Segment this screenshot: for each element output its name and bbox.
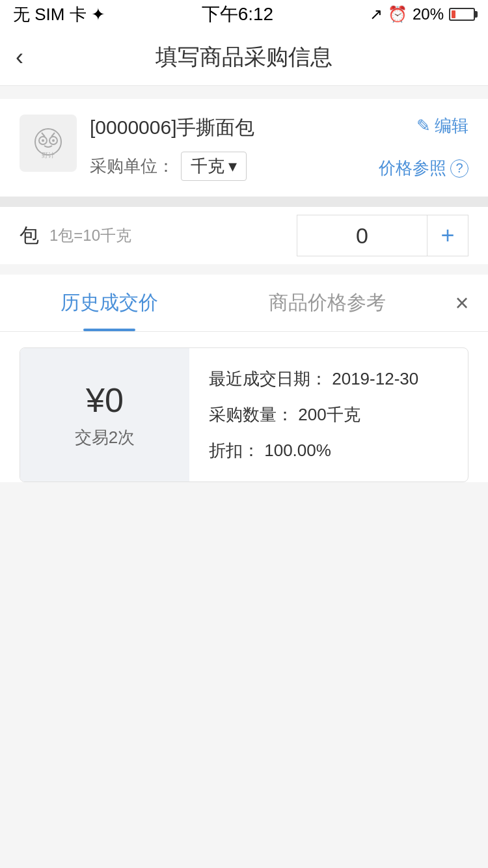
status-right: ↗ ⏰ 20% <box>370 5 475 23</box>
svg-point-4 <box>52 139 55 142</box>
recent-date-value: 2019-12-30 <box>332 369 418 388</box>
tabs-close-button[interactable]: × <box>436 275 488 331</box>
transaction-trade-count: 交易2次 <box>75 426 135 449</box>
quantity-unit-badge: 包 <box>20 223 39 249</box>
recent-date-label: 最近成交日期： <box>209 369 327 388</box>
tab-product-price-ref-label: 商品价格参考 <box>269 290 386 316</box>
product-card: 野计 [0000006]手撕面包 采购单位： 千克 ▾ ✎ 编辑 <box>0 99 488 197</box>
price-ref-help-icon: ? <box>450 159 468 178</box>
product-thumbnail: 野计 <box>20 115 77 172</box>
tabs-section: 历史成交价 商品价格参考 × ¥0 交易2次 最近成交日期： 2019-12-3… <box>0 275 488 482</box>
discount-label: 折扣： <box>209 441 260 460</box>
divider <box>0 197 488 207</box>
edit-icon: ✎ <box>416 116 431 136</box>
alarm-icon: ⏰ <box>388 5 407 23</box>
product-right-links: ✎ 编辑 价格参照 ? <box>379 115 468 180</box>
quantity-label-group: 包 1包=10千克 <box>20 223 131 249</box>
svg-text:野计: 野计 <box>42 152 55 159</box>
purchase-unit-row: 采购单位： 千克 ▾ <box>90 152 254 181</box>
purchase-unit-label: 采购单位： <box>90 155 174 178</box>
battery-percent: 20% <box>413 5 444 23</box>
tabs-header: 历史成交价 商品价格参考 × <box>0 275 488 332</box>
dropdown-arrow-icon: ▾ <box>228 156 237 176</box>
transaction-right-panel: 最近成交日期： 2019-12-30 采购数量： 200千克 折扣： 100.0… <box>189 348 468 481</box>
price-ref-link[interactable]: 价格参照 ? <box>379 157 468 180</box>
product-info: [0000006]手撕面包 采购单位： 千克 ▾ <box>90 115 254 181</box>
purchase-qty-label: 采购数量： <box>209 405 293 424</box>
quantity-controls: 0 + <box>297 215 468 256</box>
product-header: 野计 [0000006]手撕面包 采购单位： 千克 ▾ ✎ 编辑 <box>20 115 468 181</box>
transaction-recent-date: 最近成交日期： 2019-12-30 <box>209 368 448 390</box>
transaction-left-panel: ¥0 交易2次 <box>20 348 189 481</box>
product-name: [0000006]手撕面包 <box>90 115 254 141</box>
quantity-row: 包 1包=10千克 0 + <box>0 207 488 264</box>
purchase-qty-value: 200千克 <box>298 405 360 424</box>
transaction-purchase-qty: 采购数量： 200千克 <box>209 403 448 426</box>
product-left: 野计 [0000006]手撕面包 采购单位： 千克 ▾ <box>20 115 254 181</box>
status-time: 下午6:12 <box>202 2 274 27</box>
back-button[interactable]: ‹ <box>16 44 23 71</box>
quantity-unit-hint: 1包=10千克 <box>49 225 131 246</box>
status-left: 无 SIM 卡 ✦ <box>13 3 105 26</box>
discount-value: 100.00% <box>264 441 331 460</box>
tab-history-price[interactable]: 历史成交价 <box>0 275 218 331</box>
edit-link[interactable]: ✎ 编辑 <box>416 115 468 137</box>
product-owl-icon: 野计 <box>29 124 68 163</box>
quantity-plus-button[interactable]: + <box>427 215 468 256</box>
tab-history-price-label: 历史成交价 <box>61 290 158 316</box>
transaction-price: ¥0 <box>86 381 124 420</box>
battery-icon <box>449 8 475 21</box>
page-title: 填写商品采购信息 <box>156 42 332 72</box>
main-content <box>0 498 488 868</box>
tab-product-price-ref[interactable]: 商品价格参考 <box>218 275 436 331</box>
location-icon: ↗ <box>370 5 383 23</box>
unit-dropdown[interactable]: 千克 ▾ <box>181 152 247 181</box>
quantity-input[interactable]: 0 <box>297 215 427 256</box>
svg-point-3 <box>42 139 44 142</box>
transaction-discount: 折扣： 100.00% <box>209 439 448 462</box>
edit-label: 编辑 <box>435 115 468 137</box>
status-bar: 无 SIM 卡 ✦ 下午6:12 ↗ ⏰ 20% <box>0 0 488 29</box>
transaction-card: ¥0 交易2次 最近成交日期： 2019-12-30 采购数量： 200千克 折… <box>20 347 468 482</box>
nav-bar: ‹ 填写商品采购信息 <box>0 29 488 86</box>
price-ref-label: 价格参照 <box>379 157 446 180</box>
unit-value: 千克 <box>191 155 224 178</box>
signal-text: 无 SIM 卡 ✦ <box>13 3 105 26</box>
